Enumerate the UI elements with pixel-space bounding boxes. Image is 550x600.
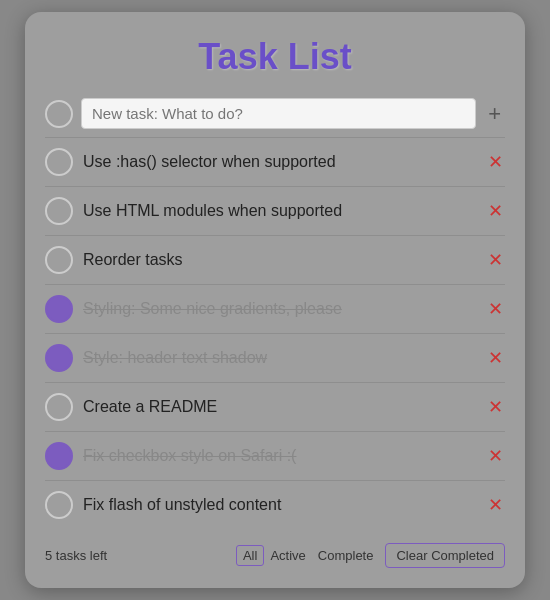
clear-completed-button[interactable]: Clear Completed	[385, 543, 505, 568]
task-row: Use :has() selector when supported✕	[45, 137, 505, 186]
task-label-5: Style: header text shadow	[83, 349, 476, 367]
task-checkbox-7[interactable]	[45, 442, 73, 470]
task-checkbox-6[interactable]	[45, 393, 73, 421]
new-task-checkbox[interactable]	[45, 100, 73, 128]
task-row: Style: header text shadow✕	[45, 333, 505, 382]
new-task-input[interactable]	[81, 98, 476, 129]
task-label-2: Use HTML modules when supported	[83, 202, 476, 220]
delete-task-button-2[interactable]: ✕	[486, 202, 505, 220]
task-label-1: Use :has() selector when supported	[83, 153, 476, 171]
task-row: Use HTML modules when supported✕	[45, 186, 505, 235]
delete-task-button-3[interactable]: ✕	[486, 251, 505, 269]
task-label-6: Create a README	[83, 398, 476, 416]
task-list-card: Task List + Use :has() selector when sup…	[25, 12, 525, 588]
delete-task-button-6[interactable]: ✕	[486, 398, 505, 416]
delete-task-button-1[interactable]: ✕	[486, 153, 505, 171]
filter-button-complete[interactable]: Complete	[312, 546, 380, 565]
task-checkbox-5[interactable]	[45, 344, 73, 372]
footer: 5 tasks left AllActiveComplete Clear Com…	[45, 543, 505, 568]
task-label-7: Fix checkbox style on Safari :(	[83, 447, 476, 465]
task-label-8: Fix flash of unstyled content	[83, 496, 476, 514]
task-list: Use :has() selector when supported✕Use H…	[45, 137, 505, 529]
delete-task-button-8[interactable]: ✕	[486, 496, 505, 514]
page-title: Task List	[45, 36, 505, 78]
count-label: tasks left	[56, 548, 107, 563]
tasks-left-count: 5 tasks left	[45, 548, 230, 563]
task-checkbox-8[interactable]	[45, 491, 73, 519]
task-row: Styling: Some nice gradients, please✕	[45, 284, 505, 333]
delete-task-button-5[interactable]: ✕	[486, 349, 505, 367]
filter-group: AllActiveComplete	[236, 545, 380, 566]
task-label-3: Reorder tasks	[83, 251, 476, 269]
new-task-row: +	[45, 98, 505, 129]
delete-task-button-4[interactable]: ✕	[486, 300, 505, 318]
count-number: 5	[45, 548, 52, 563]
task-row: Reorder tasks✕	[45, 235, 505, 284]
task-checkbox-4[interactable]	[45, 295, 73, 323]
task-row: Create a README✕	[45, 382, 505, 431]
task-checkbox-1[interactable]	[45, 148, 73, 176]
task-checkbox-3[interactable]	[45, 246, 73, 274]
task-row: Fix flash of unstyled content✕	[45, 480, 505, 529]
task-checkbox-2[interactable]	[45, 197, 73, 225]
delete-task-button-7[interactable]: ✕	[486, 447, 505, 465]
task-label-4: Styling: Some nice gradients, please	[83, 300, 476, 318]
task-row: Fix checkbox style on Safari :(✕	[45, 431, 505, 480]
add-task-button[interactable]: +	[484, 103, 505, 125]
filter-button-all[interactable]: All	[236, 545, 264, 566]
filter-button-active[interactable]: Active	[264, 546, 311, 565]
